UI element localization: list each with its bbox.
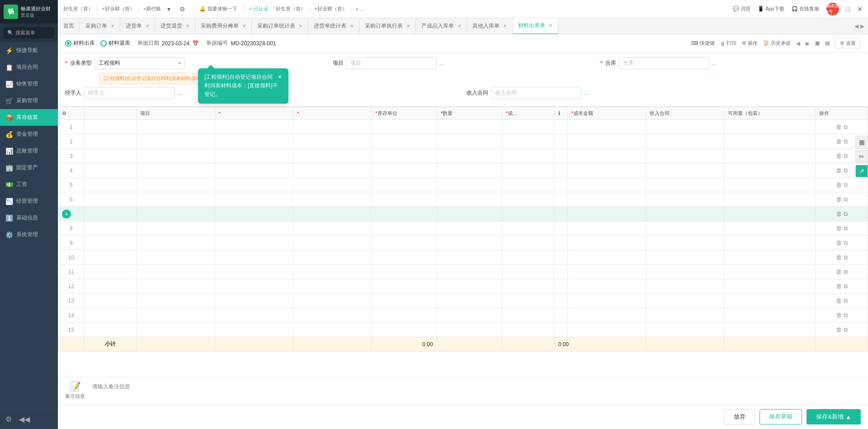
cell-10[interactable] xyxy=(724,250,816,265)
cell-4[interactable] xyxy=(372,178,437,192)
form-settings-button[interactable]: ⚙ 设置 xyxy=(835,38,861,48)
topbar-settings-button[interactable]: ⚙ xyxy=(177,5,188,14)
cell-4[interactable] xyxy=(372,323,437,337)
cell-6[interactable] xyxy=(502,149,555,163)
cell-6[interactable] xyxy=(502,163,555,178)
sidebar-item-project-contract[interactable]: 📋 项目合同 xyxy=(0,59,58,76)
cell-3[interactable] xyxy=(293,221,371,236)
cell-10[interactable] xyxy=(724,178,816,192)
cell-0[interactable] xyxy=(84,207,137,221)
cell-5[interactable] xyxy=(437,250,502,265)
cell-6[interactable] xyxy=(502,323,555,337)
cell-7[interactable] xyxy=(554,221,567,236)
delete-row-button[interactable]: 🗑 xyxy=(836,138,842,145)
cell-5[interactable] xyxy=(437,236,502,250)
cell-0[interactable] xyxy=(84,192,137,207)
sidebar-item-payroll[interactable]: 💵 工资 xyxy=(0,176,58,193)
layout-grid-button[interactable]: ▦ xyxy=(815,40,820,46)
cell-3[interactable] xyxy=(293,294,371,308)
cell-1[interactable] xyxy=(137,134,215,149)
tab-nav-next[interactable]: ▶ xyxy=(860,23,864,29)
cell-9[interactable] xyxy=(646,120,724,134)
biz-type-input[interactable]: 工程领料 ▾ xyxy=(94,57,185,69)
cell-10[interactable] xyxy=(724,207,816,221)
sidebar-item-purchase[interactable]: 🛒 采购管理 xyxy=(0,92,58,109)
cell-8[interactable] xyxy=(567,149,646,163)
cell-9[interactable] xyxy=(646,250,724,265)
cell-3[interactable] xyxy=(293,279,371,294)
cell-3[interactable] xyxy=(293,178,371,192)
cell-0[interactable] xyxy=(84,265,137,279)
cell-1[interactable] xyxy=(137,149,215,163)
cell-8[interactable] xyxy=(567,192,646,207)
col-settings[interactable]: ⚙ xyxy=(58,107,85,120)
cell-2[interactable] xyxy=(215,149,293,163)
cell-6[interactable] xyxy=(502,308,555,323)
cell-10[interactable] xyxy=(724,149,816,163)
cell-10[interactable] xyxy=(724,308,816,323)
delete-row-button[interactable]: 🗑 xyxy=(836,283,842,290)
cell-0[interactable] xyxy=(84,163,137,178)
cell-1[interactable] xyxy=(137,207,215,221)
sidebar-item-fixed-assets[interactable]: 🏢 固定资产 xyxy=(0,159,58,176)
cell-3[interactable] xyxy=(293,236,371,250)
copy-row-button[interactable]: ⧉ xyxy=(844,181,848,189)
cell-1[interactable] xyxy=(137,192,215,207)
sidebar-item-ops[interactable]: 📉 经营管理 xyxy=(0,193,58,210)
cell-5[interactable] xyxy=(437,323,502,337)
cell-2[interactable] xyxy=(215,323,293,337)
cell-1[interactable] xyxy=(137,178,215,192)
cell-5[interactable] xyxy=(437,308,502,323)
right-tag-1[interactable]: +好业财（首） xyxy=(314,5,347,12)
save-new-button[interactable]: 保存&新增 ▲ xyxy=(807,409,861,424)
cell-8[interactable] xyxy=(567,178,646,192)
handler-ellipsis[interactable]: ... xyxy=(177,90,182,96)
tab-inbound-return[interactable]: 进货退货 ✕ xyxy=(155,18,195,34)
cell-3[interactable] xyxy=(293,308,371,323)
cell-3[interactable] xyxy=(293,149,371,163)
cell-0[interactable] xyxy=(84,134,137,149)
experience-btn[interactable]: 🔔 我要体验一下 xyxy=(199,5,237,12)
income-contract-ellipsis[interactable]: ... xyxy=(584,90,589,96)
cell-7[interactable] xyxy=(554,236,567,250)
cell-3[interactable] xyxy=(293,207,371,221)
delete-row-button[interactable]: 🗑 xyxy=(836,254,842,261)
col-info-icon[interactable]: ℹ xyxy=(554,107,567,120)
cell-4[interactable] xyxy=(372,250,437,265)
cell-2[interactable] xyxy=(215,221,293,236)
cell-2[interactable] xyxy=(215,178,293,192)
cell-2[interactable] xyxy=(215,163,293,178)
add-row-button[interactable]: + xyxy=(62,210,71,219)
cell-1[interactable] xyxy=(137,163,215,178)
cell-1[interactable] xyxy=(137,250,215,265)
cell-9[interactable] xyxy=(646,294,724,308)
layout-list-button[interactable]: ▤ xyxy=(825,40,830,46)
sidebar-item-basic-info[interactable]: ℹ️ 基础信息 xyxy=(0,210,58,226)
cell-5[interactable] xyxy=(437,163,502,178)
cell-7[interactable] xyxy=(554,178,567,192)
cell-4[interactable] xyxy=(372,134,437,149)
project-input[interactable]: 项目 xyxy=(346,57,437,69)
tooltip-close-button[interactable]: ✕ xyxy=(278,73,282,81)
delete-row-button[interactable]: 🗑 xyxy=(836,210,842,218)
cell-9[interactable] xyxy=(646,178,724,192)
cell-1[interactable] xyxy=(137,120,215,134)
cell-6[interactable] xyxy=(502,120,555,134)
cell-9[interactable] xyxy=(646,207,724,221)
delete-row-button[interactable]: 🗑 xyxy=(836,181,842,189)
cell-6[interactable] xyxy=(502,192,555,207)
cell-7[interactable] xyxy=(554,294,567,308)
cell-9[interactable] xyxy=(646,192,724,207)
calendar-icon[interactable]: 📅 xyxy=(192,40,199,47)
radio-return[interactable]: 材料退库 xyxy=(100,39,130,47)
copy-row-button[interactable]: ⧉ xyxy=(844,196,848,203)
delete-row-button[interactable]: 🗑 xyxy=(836,297,842,305)
cell-0[interactable] xyxy=(84,120,137,134)
cell-7[interactable] xyxy=(554,163,567,178)
cell-6[interactable] xyxy=(502,250,555,265)
copy-row-button[interactable]: ⧉ xyxy=(844,297,848,305)
handler-input[interactable]: 经手人 xyxy=(84,87,175,99)
copy-row-button[interactable]: ⧉ xyxy=(844,283,848,290)
tab-material-outbound[interactable]: 材料出库单 ✕ xyxy=(513,18,558,34)
topbar-tag-2[interactable]: +易代账 xyxy=(143,5,161,12)
